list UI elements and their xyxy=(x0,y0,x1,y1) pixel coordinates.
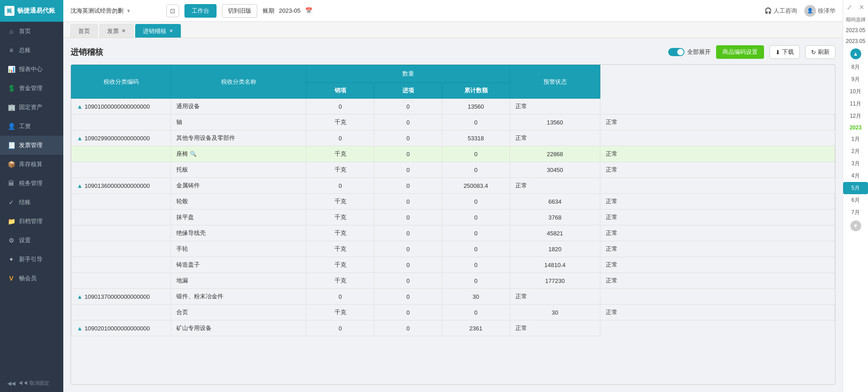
sidebar-item-label: 固定资产 xyxy=(19,103,42,111)
table-cell: 正常 xyxy=(600,162,835,178)
table-cell: 0 xyxy=(374,273,442,289)
sidebar-item-payroll[interactable]: 👤 工资 xyxy=(0,117,63,136)
table-row: ▲10902010000000000000 矿山专用设备 0 0 2361 正常 xyxy=(71,320,835,336)
download-button[interactable]: ⬇ 下载 xyxy=(769,45,800,59)
table-cell xyxy=(71,305,171,320)
refresh-icon: ↻ xyxy=(811,49,816,56)
month-4[interactable]: 4月 xyxy=(843,170,868,182)
user-menu[interactable]: 👤 徐泽华 xyxy=(804,5,835,17)
table-cell: 座椅 🔍 xyxy=(171,146,307,162)
table-cell: 正常 xyxy=(510,178,600,194)
headset-icon: 🎧 xyxy=(764,7,772,14)
member-icon: V xyxy=(7,274,15,282)
table-cell: 0 xyxy=(442,305,510,320)
tree-collapse-icon[interactable]: ▲ xyxy=(77,182,83,189)
month-11[interactable]: 11月 xyxy=(843,98,868,110)
sidebar-item-tax[interactable]: 🏛 税务管理 xyxy=(0,174,63,193)
toggle-track[interactable] xyxy=(668,48,684,56)
switch-version-button[interactable]: 切到旧版 xyxy=(222,4,257,18)
tab-home[interactable]: 首页 xyxy=(71,24,98,38)
sidebar-item-label: 首页 xyxy=(19,27,31,35)
archive-button[interactable]: ⊡ xyxy=(166,5,179,17)
table-cell: 千克 xyxy=(307,273,374,289)
table-cell: 30 xyxy=(510,305,600,320)
table-cell: 0 xyxy=(307,178,374,194)
month-7[interactable]: 7月 xyxy=(843,206,868,219)
year-2023[interactable]: 2023 xyxy=(843,122,868,133)
company-selector[interactable]: 沈海英测试经营勿删 ▼ xyxy=(71,7,161,15)
tree-collapse-icon[interactable]: ▲ xyxy=(77,135,83,142)
tab-sales-check[interactable]: 进销稽核 ✕ xyxy=(135,24,181,38)
table-cell: 通用设备 xyxy=(171,99,307,115)
service-label: 人工咨询 xyxy=(774,7,797,15)
table-cell: 轮毂 xyxy=(171,194,307,210)
month-8[interactable]: 8月 xyxy=(843,61,868,73)
page-content: 进销稽核 全部展开 商品编码设置 ⬇ 下载 ↻ 刷新 xyxy=(63,38,843,392)
period-item[interactable]: 2023.05 xyxy=(843,36,868,47)
month-5[interactable]: 5月 xyxy=(843,182,868,194)
month-12[interactable]: 12月 xyxy=(843,110,868,122)
period-item[interactable]: 2023.05 xyxy=(843,25,868,36)
sidebar-item-member[interactable]: V 畅会员 xyxy=(0,269,63,288)
period-label: 账期 xyxy=(263,7,274,15)
table-cell xyxy=(71,115,171,130)
sidebar-item-settings[interactable]: ⚙ 设置 xyxy=(0,231,63,250)
table-cell: 2361 xyxy=(442,320,510,336)
sidebar-item-archive[interactable]: 📁 归档管理 xyxy=(0,212,63,231)
service-button[interactable]: 🎧 人工咨询 xyxy=(764,7,797,15)
workbench-button[interactable]: 工作台 xyxy=(184,4,217,18)
sidebar-item-label: 新手引导 xyxy=(19,255,42,263)
tree-collapse-icon[interactable]: ▲ xyxy=(77,325,83,332)
sidebar-item-reports[interactable]: 📊 报表中心 xyxy=(0,60,63,79)
table-cell: ▲10902010000000000000 xyxy=(71,320,171,336)
table-cell: 0 xyxy=(374,225,442,241)
expand-toggle[interactable]: 全部展开 xyxy=(668,48,711,56)
sidebar-item-fixed-assets[interactable]: 🏢 固定资产 xyxy=(0,98,63,117)
table-cell: 金属铸件 xyxy=(171,178,307,194)
panel-close-button[interactable]: ✕ xyxy=(859,4,864,11)
tab-close-icon[interactable]: ✕ xyxy=(169,28,173,34)
calendar-icon[interactable]: 📅 xyxy=(305,7,312,14)
month-10[interactable]: 10月 xyxy=(843,86,868,98)
tab-invoice[interactable]: 发票 ✕ xyxy=(99,24,133,38)
table-cell: 正常 xyxy=(600,194,835,210)
tree-collapse-icon[interactable]: ▲ xyxy=(77,293,83,300)
sales-check-table: 税收分类编码 税收分类名称 数量 预警状态 销项 进项 累计数额 ▲109010… xyxy=(71,65,835,336)
download-label: 下载 xyxy=(782,48,794,56)
table-cell xyxy=(71,146,171,162)
scroll-up-button[interactable]: ▲ xyxy=(850,48,861,59)
month-6[interactable]: 6月 xyxy=(843,194,868,206)
sidebar-item-invoice[interactable]: 🧾 发票管理 xyxy=(0,136,63,155)
tax-icon: 🏛 xyxy=(7,179,15,187)
table-cell: 正常 xyxy=(510,130,600,146)
panel-expand-button[interactable]: ⤢ xyxy=(847,4,852,11)
month-9[interactable]: 9月 xyxy=(843,73,868,86)
search-icon[interactable]: 🔍 xyxy=(190,151,197,157)
sidebar-collapse-button[interactable]: ◀◀ ◀◀ 取消固定 xyxy=(0,374,63,392)
table-cell: 0 xyxy=(374,178,442,194)
table-cell: 0 xyxy=(374,289,442,305)
product-code-button[interactable]: 商品编码设置 xyxy=(716,45,764,59)
ledger-icon: ≡ xyxy=(7,46,15,54)
table-cell: 0 xyxy=(442,194,510,210)
scroll-down-button[interactable]: ▼ xyxy=(850,220,861,231)
sidebar-item-ledger[interactable]: ≡ 总账 xyxy=(0,41,63,60)
sidebar-item-funds[interactable]: 💲 资金管理 xyxy=(0,79,63,98)
table-cell: 0 xyxy=(374,99,442,115)
table-cell: 千克 xyxy=(307,146,374,162)
tab-close-icon[interactable]: ✕ xyxy=(122,28,126,34)
sidebar-item-close-period[interactable]: ✓ 结账 xyxy=(0,193,63,212)
refresh-button[interactable]: ↻ 刷新 xyxy=(805,45,835,59)
tree-collapse-icon[interactable]: ▲ xyxy=(77,103,83,110)
sidebar-item-inventory[interactable]: 📦 库存核算 xyxy=(0,155,63,174)
sidebar-item-home[interactable]: ⌂ 首页 xyxy=(0,22,63,41)
period-selector-title: 期间选择 xyxy=(846,16,866,23)
table-cell xyxy=(71,273,171,289)
topbar: 沈海英测试经营勿删 ▼ ⊡ 工作台 切到旧版 账期 2023-05 📅 🎧 人工… xyxy=(63,0,843,22)
month-1[interactable]: 1月 xyxy=(843,133,868,145)
main-area: 沈海英测试经营勿删 ▼ ⊡ 工作台 切到旧版 账期 2023-05 📅 🎧 人工… xyxy=(63,0,843,392)
table-row: ▲10901360000000000000 金属铸件 0 0 250083.4 … xyxy=(71,178,835,194)
month-2[interactable]: 2月 xyxy=(843,145,868,158)
month-3[interactable]: 3月 xyxy=(843,158,868,170)
sidebar-item-guide[interactable]: ✦ 新手引导 xyxy=(0,250,63,269)
